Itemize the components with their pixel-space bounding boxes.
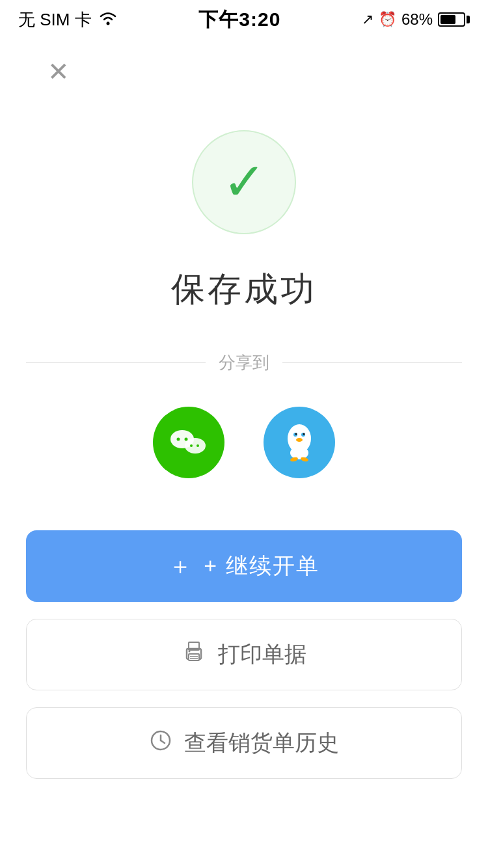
svg-point-2 xyxy=(185,438,206,454)
svg-point-0 xyxy=(106,21,109,25)
success-icon-circle: ✓ xyxy=(192,130,296,234)
close-icon: ✕ xyxy=(47,59,70,85)
print-button[interactable]: 打印单据 xyxy=(26,619,462,690)
action-buttons: ＋ + 继续开单 打印单据 xyxy=(26,530,462,779)
print-label: 打印单据 xyxy=(218,640,306,670)
svg-point-3 xyxy=(176,437,180,441)
status-bar: 无 SIM 卡 下午3:20 ↗ ⏰ 68% xyxy=(0,0,488,39)
divider-line-right xyxy=(282,362,462,363)
divider-line-left xyxy=(26,362,206,363)
wifi-icon xyxy=(98,10,118,30)
alarm-icon: ⏰ xyxy=(379,11,396,28)
svg-point-5 xyxy=(190,444,193,447)
svg-point-4 xyxy=(184,437,187,441)
battery-text: 68% xyxy=(401,10,433,29)
svg-point-22 xyxy=(189,651,191,653)
checkmark-icon: ✓ xyxy=(223,156,266,208)
continue-button[interactable]: ＋ + 继续开单 xyxy=(26,530,462,602)
svg-line-25 xyxy=(161,740,165,743)
share-label: 分享到 xyxy=(219,351,269,374)
location-icon: ↗ xyxy=(362,11,373,28)
battery-icon xyxy=(438,12,470,27)
printer-icon xyxy=(182,640,206,670)
svg-point-6 xyxy=(197,444,199,447)
svg-point-8 xyxy=(290,446,308,459)
status-left: 无 SIM 卡 xyxy=(18,8,118,31)
svg-point-14 xyxy=(296,438,303,442)
history-button[interactable]: 查看销货单历史 xyxy=(26,707,462,779)
share-qq-button[interactable] xyxy=(264,407,335,478)
share-wechat-button[interactable] xyxy=(153,407,224,478)
status-right: ↗ ⏰ 68% xyxy=(362,10,470,29)
clock-icon xyxy=(149,729,172,757)
no-sim-text: 无 SIM 卡 xyxy=(18,8,92,31)
status-time: 下午3:20 xyxy=(198,7,280,33)
close-button[interactable]: ✕ xyxy=(39,52,78,91)
share-divider: 分享到 xyxy=(26,351,462,374)
continue-label: + 继续开单 xyxy=(204,551,319,581)
history-label: 查看销货单历史 xyxy=(184,728,339,758)
main-content: ✕ ✓ 保存成功 分享到 xyxy=(0,39,488,868)
svg-point-13 xyxy=(303,433,305,435)
svg-rect-19 xyxy=(189,654,199,660)
svg-point-12 xyxy=(295,433,297,435)
svg-point-9 xyxy=(290,426,308,447)
plus-icon: ＋ xyxy=(169,550,192,582)
share-row xyxy=(26,407,462,478)
success-title: 保存成功 xyxy=(171,267,317,312)
